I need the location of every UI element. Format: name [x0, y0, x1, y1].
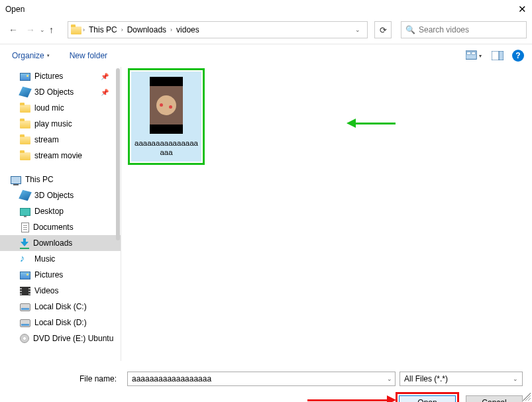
- up-button[interactable]: ↑: [49, 25, 61, 35]
- resize-grip[interactable]: [523, 393, 531, 401]
- file-name-combobox[interactable]: ⌄: [127, 372, 396, 386]
- refresh-button[interactable]: ⟳: [374, 21, 392, 38]
- tree-item[interactable]: Videos: [0, 283, 121, 299]
- file-type-filter[interactable]: All Files (*.*) ⌄: [399, 372, 523, 386]
- search-input[interactable]: [419, 25, 522, 34]
- file-item[interactable]: aaaaaaaaaaaaaaaaaa: [131, 72, 201, 162]
- file-list[interactable]: aaaaaaaaaaaaaaaaaa: [121, 67, 532, 361]
- preview-pane-button[interactable]: [490, 48, 505, 64]
- tree-item[interactable]: ♪ Music: [0, 251, 121, 267]
- disk-icon: [20, 319, 30, 327]
- new-folder-button[interactable]: New folder: [66, 48, 111, 63]
- svg-rect-4: [499, 51, 504, 60]
- annotation-highlight: Open: [396, 392, 459, 403]
- address-bar[interactable]: › This PC › Downloads › vidoes ⌄: [68, 21, 368, 38]
- tree-item[interactable]: Desktop: [0, 203, 121, 219]
- open-button[interactable]: Open: [399, 395, 456, 403]
- organize-button[interactable]: Organize ▾: [8, 48, 54, 63]
- back-button[interactable]: ←: [7, 23, 20, 36]
- title-bar: Open ✕: [0, 0, 532, 19]
- chevron-down-icon: ▾: [47, 53, 50, 58]
- tree-item[interactable]: stream: [0, 132, 121, 148]
- videos-icon: [20, 287, 30, 295]
- breadcrumb[interactable]: Downloads: [125, 25, 169, 34]
- download-icon: [20, 238, 29, 248]
- bottom-panel: File name: ⌄ All Files (*.*) ⌄ Open Canc…: [0, 361, 532, 402]
- tree-item-downloads[interactable]: Downloads: [0, 235, 121, 251]
- disk-icon: [20, 303, 30, 311]
- forward-button: →: [24, 23, 37, 36]
- svg-rect-1: [467, 52, 470, 55]
- svg-rect-2: [472, 52, 475, 55]
- pin-icon: 📌: [101, 73, 109, 80]
- 3d-objects-icon: [19, 190, 32, 201]
- dialog-body: Pictures 📌 3D Objects 📌 loud mic play mu…: [0, 67, 532, 361]
- chevron-down-icon: ⌄: [513, 376, 518, 382]
- pictures-icon: [20, 73, 30, 81]
- documents-icon: [21, 223, 29, 232]
- tree-item[interactable]: 3D Objects 📌: [0, 84, 121, 100]
- music-icon: ♪: [20, 254, 30, 264]
- navigation-tree[interactable]: Pictures 📌 3D Objects 📌 loud mic play mu…: [0, 67, 121, 361]
- chevron-right-icon[interactable]: ›: [81, 26, 86, 33]
- tree-item[interactable]: 3D Objects: [0, 187, 121, 203]
- breadcrumb[interactable]: vidoes: [174, 25, 202, 34]
- pin-icon: 📌: [101, 89, 109, 96]
- close-icon[interactable]: ✕: [513, 3, 527, 15]
- tree-item[interactable]: Local Disk (D:): [0, 315, 121, 330]
- view-options-button[interactable]: ▾: [466, 48, 482, 64]
- dvd-icon: [20, 334, 29, 343]
- file-type-label: All Files (*.*): [404, 374, 448, 383]
- window-title: Open: [5, 5, 513, 14]
- folder-icon: [20, 152, 30, 160]
- tree-item[interactable]: play music: [0, 116, 121, 132]
- annotation-arrow-green: [346, 119, 396, 128]
- folder-icon: [20, 121, 30, 128]
- new-folder-label: New folder: [70, 51, 107, 60]
- desktop-icon: [20, 208, 30, 216]
- address-history-button[interactable]: ⌄: [351, 26, 364, 33]
- this-pc-icon: [11, 176, 21, 184]
- tree-item[interactable]: Pictures 📌: [0, 68, 121, 84]
- tree-item[interactable]: loud mic: [0, 100, 121, 116]
- organize-label: Organize: [12, 51, 44, 60]
- file-name: aaaaaaaaaaaaaaaaaa: [134, 139, 199, 158]
- chevron-right-icon[interactable]: ›: [120, 26, 125, 33]
- pictures-icon: [20, 272, 30, 279]
- search-box[interactable]: 🔍: [401, 21, 527, 38]
- breadcrumb[interactable]: This PC: [86, 25, 120, 34]
- navigation-bar: ← → ⌄ ↑ › This PC › Downloads › vidoes ⌄…: [0, 19, 532, 41]
- annotation-highlight: aaaaaaaaaaaaaaaaaa: [128, 68, 205, 165]
- tree-item[interactable]: Pictures: [0, 267, 121, 283]
- file-name-label: File name:: [9, 374, 123, 383]
- folder-icon: [20, 105, 30, 113]
- chevron-down-icon: ▾: [479, 53, 482, 59]
- chevron-down-icon[interactable]: ⌄: [383, 376, 395, 382]
- chevron-right-icon[interactable]: ›: [169, 26, 174, 33]
- tree-item[interactable]: Documents: [0, 219, 121, 235]
- video-thumbnail: [150, 77, 183, 134]
- search-icon: 🔍: [405, 25, 415, 34]
- folder-icon: [20, 136, 30, 144]
- tree-item[interactable]: stream movie: [0, 148, 121, 164]
- tree-item-this-pc[interactable]: This PC: [0, 172, 121, 187]
- folder-icon: [71, 26, 81, 34]
- annotation-arrow-red: [307, 395, 396, 402]
- cancel-button[interactable]: Cancel: [466, 395, 523, 403]
- scrollbar-thumb[interactable]: [116, 68, 120, 240]
- help-button[interactable]: ?: [512, 50, 524, 62]
- tree-item[interactable]: DVD Drive (E:) Ubuntu: [0, 330, 121, 346]
- toolbar: Organize ▾ New folder ▾ ?: [0, 44, 532, 67]
- file-name-input[interactable]: [128, 374, 383, 383]
- tree-item[interactable]: Local Disk (C:): [0, 299, 121, 315]
- 3d-objects-icon: [19, 87, 32, 98]
- recent-locations-button[interactable]: ⌄: [40, 26, 45, 33]
